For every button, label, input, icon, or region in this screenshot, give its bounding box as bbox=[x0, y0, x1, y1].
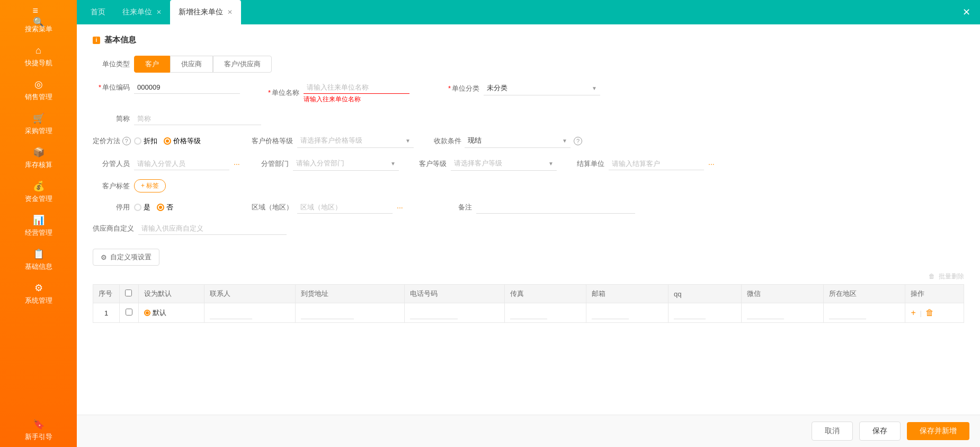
add-tag-label: + 标签 bbox=[141, 181, 159, 190]
radio-disabled-no[interactable]: 否 bbox=[157, 203, 173, 212]
unit-category-label: *单位分类 bbox=[442, 84, 479, 93]
tab-new-counterpart-label: 新增往来单位 bbox=[179, 7, 223, 17]
select-all-checkbox[interactable] bbox=[125, 290, 132, 296]
row-fax-input[interactable] bbox=[510, 306, 547, 319]
type-btn-both[interactable]: 客户/供应商 bbox=[213, 56, 272, 73]
table-row: 1 默认 bbox=[93, 303, 964, 323]
type-btn-customer[interactable]: 客户 bbox=[134, 56, 170, 73]
sidebar-item-inventory[interactable]: 📦 库存核算 bbox=[0, 141, 77, 175]
unit-code-input[interactable] bbox=[134, 81, 240, 94]
customer-price-level-select[interactable]: 请选择客户价格等级 ▼ bbox=[297, 134, 414, 148]
unit-info-row: *单位编码 *单位名称 请输入往来单位名称 *单位分类 未分类 ▼ bbox=[93, 81, 964, 104]
unit-category-value: 未分类 bbox=[487, 83, 590, 93]
sidebar-item-system[interactable]: ⚙ 系统管理 bbox=[0, 277, 77, 311]
footer: 取消 保存 保存并新增 bbox=[77, 415, 980, 447]
window-close-button[interactable]: ✕ bbox=[958, 4, 975, 20]
sidebar-item-quick-nav-label: 快捷导航 bbox=[25, 58, 52, 68]
row-qq-input[interactable] bbox=[674, 306, 706, 319]
row-default-radio[interactable] bbox=[144, 310, 150, 316]
row-phone-input[interactable] bbox=[410, 306, 458, 319]
sidebar-item-operations[interactable]: 📊 经营管理 bbox=[0, 209, 77, 243]
row-add-icon[interactable]: + bbox=[911, 308, 915, 317]
tab-counterpart-close[interactable]: ✕ bbox=[156, 8, 162, 16]
row-contact-input[interactable] bbox=[210, 306, 252, 319]
supplier-custom-input[interactable] bbox=[138, 222, 287, 235]
payment-terms-help-icon[interactable]: ? bbox=[574, 137, 582, 145]
custom-settings-button[interactable]: ⚙ 自定义项设置 bbox=[93, 249, 159, 266]
row-delete-icon[interactable]: 🗑 bbox=[925, 308, 934, 317]
radio-price-level-label: 价格等级 bbox=[173, 136, 201, 146]
row-region-input[interactable] bbox=[829, 306, 866, 319]
pricing-radio-group: 折扣 价格等级 bbox=[134, 136, 201, 146]
radio-disabled-yes-label: 是 bbox=[144, 203, 150, 212]
short-name-label: 简称 bbox=[93, 114, 130, 124]
search-menu-icon: ≡🔍 bbox=[33, 11, 44, 22]
row-email-input[interactable] bbox=[592, 306, 629, 319]
tab-home-label: 首页 bbox=[91, 7, 105, 17]
unit-code-label: *单位编码 bbox=[93, 83, 130, 92]
unit-category-group: *单位分类 未分类 ▼ bbox=[442, 81, 600, 95]
short-name-input[interactable] bbox=[134, 112, 261, 125]
remark-input[interactable] bbox=[476, 201, 635, 214]
sidebar-item-guide[interactable]: 🔖 新手引导 bbox=[0, 413, 77, 447]
radio-disabled-yes[interactable]: 是 bbox=[134, 203, 150, 212]
department-group: 分管部门 请输入分管部门 ▼ bbox=[252, 156, 399, 171]
tab-home[interactable]: 首页 bbox=[82, 0, 114, 24]
sidebar-item-sales[interactable]: ◎ 销售管理 bbox=[0, 73, 77, 107]
region-more-btn[interactable]: ··· bbox=[397, 203, 403, 212]
add-tag-button[interactable]: + 标签 bbox=[134, 179, 166, 192]
tab-new-counterpart[interactable]: 新增往来单位 ✕ bbox=[170, 0, 241, 24]
unit-name-input[interactable] bbox=[304, 81, 409, 94]
department-placeholder: 请输入分管部门 bbox=[296, 159, 388, 168]
row-wechat-cell bbox=[741, 303, 823, 323]
tab-counterpart-label: 往来单位 bbox=[122, 7, 152, 17]
customer-price-level-group: 客户价格等级 请选择客户价格等级 ▼ bbox=[252, 134, 414, 148]
manager-more-btn[interactable]: ··· bbox=[234, 160, 240, 168]
save-new-button[interactable]: 保存并新增 bbox=[907, 422, 969, 440]
content-area: i 基本信息 单位类型 客户 供应商 客户/供应商 *单位编码 *单位名称 bbox=[77, 24, 980, 415]
manager-input[interactable] bbox=[134, 157, 229, 170]
th-wechat: 微信 bbox=[741, 285, 823, 303]
radio-discount[interactable]: 折扣 bbox=[134, 136, 157, 146]
manager-label: 分管人员 bbox=[93, 159, 130, 169]
row-checkbox[interactable] bbox=[126, 309, 132, 315]
row-action-cell: + | 🗑 bbox=[905, 303, 964, 323]
sidebar-item-purchase[interactable]: 🛒 采购管理 bbox=[0, 107, 77, 141]
row-address-input[interactable] bbox=[301, 306, 354, 319]
sidebar-item-basic-info-label: 基础信息 bbox=[25, 262, 52, 271]
customer-level-label: 客户等级 bbox=[409, 159, 447, 169]
cancel-button[interactable]: 取消 bbox=[812, 422, 853, 441]
region-input[interactable] bbox=[297, 201, 393, 214]
row-checkbox-cell bbox=[120, 303, 139, 323]
row-wechat-input[interactable] bbox=[747, 306, 784, 319]
payment-terms-select[interactable]: 现结 ▼ bbox=[465, 134, 571, 148]
settlement-more-btn[interactable]: ··· bbox=[708, 160, 715, 168]
sidebar-item-search-label: 搜索菜单 bbox=[25, 24, 52, 34]
th-contact: 联系人 bbox=[204, 285, 296, 303]
unit-category-select[interactable]: 未分类 ▼ bbox=[484, 81, 600, 95]
sidebar-item-quick-nav[interactable]: ⌂ 快捷导航 bbox=[0, 39, 77, 73]
customer-price-level-placeholder: 请选择客户价格等级 bbox=[300, 136, 403, 145]
sidebar-item-finance[interactable]: 💰 资金管理 bbox=[0, 175, 77, 209]
sidebar-item-search[interactable]: ≡🔍 搜索菜单 bbox=[0, 5, 77, 39]
sidebar-item-basic-info[interactable]: 📋 基础信息 bbox=[0, 243, 77, 277]
system-icon: ⚙ bbox=[33, 282, 44, 294]
row-contact-cell bbox=[204, 303, 296, 323]
batch-delete-label[interactable]: 批量删除 bbox=[939, 273, 964, 280]
tab-new-counterpart-close[interactable]: ✕ bbox=[227, 8, 233, 16]
customer-level-select[interactable]: 请选择客户等级 ▼ bbox=[451, 156, 557, 171]
save-button[interactable]: 保存 bbox=[859, 422, 901, 441]
customer-price-level-label: 客户价格等级 bbox=[252, 136, 293, 146]
row-address-cell bbox=[295, 303, 404, 323]
payment-terms-chevron: ▼ bbox=[562, 138, 567, 144]
row-phone-cell bbox=[404, 303, 504, 323]
settlement-input[interactable] bbox=[609, 157, 704, 170]
tab-counterpart[interactable]: 往来单位 ✕ bbox=[114, 0, 170, 24]
unit-type-row: 单位类型 客户 供应商 客户/供应商 bbox=[93, 56, 964, 73]
radio-price-level[interactable]: 价格等级 bbox=[164, 136, 201, 146]
type-btn-supplier[interactable]: 供应商 bbox=[170, 56, 213, 73]
region-group: 区域（地区） ··· bbox=[252, 201, 403, 214]
unit-name-input-group: 请输入往来单位名称 bbox=[304, 81, 409, 104]
pricing-help-icon[interactable]: ? bbox=[122, 137, 131, 145]
department-select[interactable]: 请输入分管部门 ▼ bbox=[293, 156, 399, 171]
